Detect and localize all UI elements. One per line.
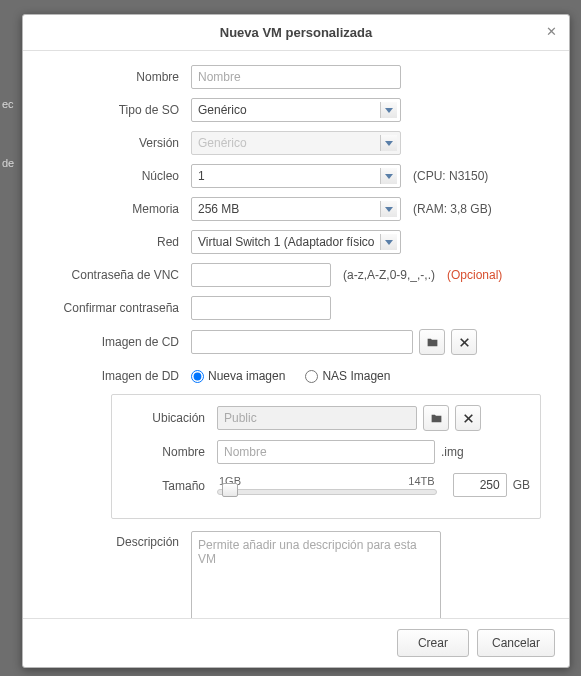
label-memoria: Memoria (41, 202, 191, 216)
browse-ubicacion-button[interactable] (423, 405, 449, 431)
cancelar-button[interactable]: Cancelar (477, 629, 555, 657)
label-dd-nombre: Nombre (122, 445, 217, 459)
label-red: Red (41, 235, 191, 249)
close-icon[interactable]: ✕ (543, 24, 559, 40)
crear-button[interactable]: Crear (397, 629, 469, 657)
tamano-input[interactable] (453, 473, 507, 497)
dd-nombre-input[interactable] (217, 440, 435, 464)
x-icon (462, 412, 475, 425)
label-nombre: Nombre (41, 70, 191, 84)
x-icon (458, 336, 471, 349)
radio-nueva-imagen[interactable]: Nueva imagen (191, 369, 285, 383)
cpu-hint: (CPU: N3150) (413, 169, 488, 183)
titlebar: Nueva VM personalizada ✕ (23, 15, 569, 51)
descripcion-textarea[interactable] (191, 531, 441, 618)
vnc-password-input[interactable] (191, 263, 331, 287)
opcional-hint: (Opcional) (447, 268, 502, 282)
gb-unit: GB (513, 478, 530, 492)
folder-icon (426, 336, 439, 349)
imagen-cd-input[interactable] (191, 330, 413, 354)
label-descripcion: Descripción (41, 531, 191, 549)
version-select: Genérico (191, 131, 401, 155)
confirmar-password-input[interactable] (191, 296, 331, 320)
ubicacion-input (217, 406, 417, 430)
bg-text: ec (2, 98, 14, 110)
new-vm-dialog: Nueva VM personalizada ✕ Nombre Tipo de … (22, 14, 570, 668)
label-ubicacion: Ubicación (122, 411, 217, 425)
dialog-body: Nombre Tipo de SO Genérico Versión Genér… (23, 51, 569, 618)
dialog-footer: Crear Cancelar (23, 618, 569, 667)
tamano-slider[interactable] (217, 489, 437, 495)
nucleo-select[interactable]: 1 (191, 164, 401, 188)
vnc-charset-hint: (a-z,A-Z,0-9,_,-,.) (343, 268, 435, 282)
ram-hint: (RAM: 3,8 GB) (413, 202, 492, 216)
memoria-select[interactable]: 256 MB (191, 197, 401, 221)
clear-cd-button[interactable] (451, 329, 477, 355)
slider-max: 14TB (408, 475, 434, 487)
label-tipo-so: Tipo de SO (41, 103, 191, 117)
red-select[interactable]: Virtual Switch 1 (Adaptador físico (191, 230, 401, 254)
dd-panel: Ubicación Nombre .img (111, 394, 541, 519)
nombre-input[interactable] (191, 65, 401, 89)
label-imagen-dd: Imagen de DD (41, 369, 191, 383)
folder-icon (430, 412, 443, 425)
label-tamano: Tamaño (122, 479, 217, 497)
img-extension: .img (441, 445, 464, 459)
label-imagen-cd: Imagen de CD (41, 335, 191, 349)
label-nucleo: Núcleo (41, 169, 191, 183)
bg-text: de (2, 157, 14, 169)
label-vnc-pass: Contraseña de VNC (41, 268, 191, 282)
tipo-so-select[interactable]: Genérico (191, 98, 401, 122)
clear-ubicacion-button[interactable] (455, 405, 481, 431)
radio-nas-imagen[interactable]: NAS Imagen (305, 369, 390, 383)
dialog-title: Nueva VM personalizada (220, 25, 372, 40)
label-version: Versión (41, 136, 191, 150)
browse-cd-button[interactable] (419, 329, 445, 355)
label-confirmar: Confirmar contraseña (41, 301, 191, 315)
